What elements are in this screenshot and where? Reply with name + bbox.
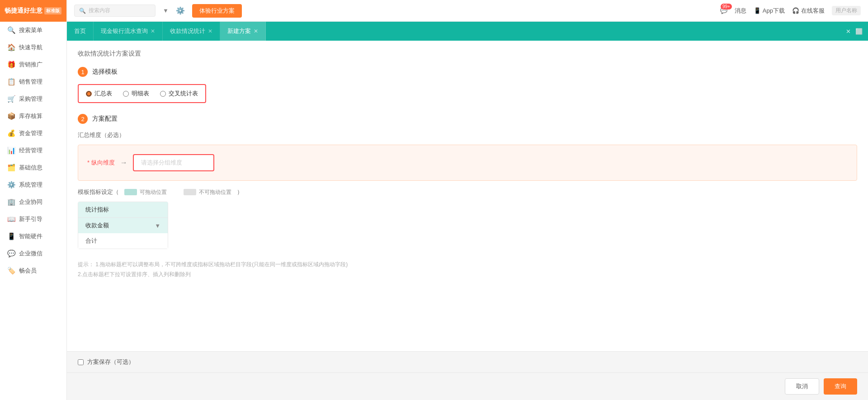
sidebar-item-label: 智能硬件 (19, 232, 42, 240)
sidebar-item-enterprise[interactable]: 🏢 企业协同 (0, 193, 66, 211)
topbar-dropdown-icon[interactable]: ▼ (163, 7, 169, 14)
radio-summary[interactable] (86, 91, 92, 97)
save-section: 方案保存（可选） (67, 351, 868, 372)
sidebar: 畅捷通好生意 标准版 🔍 搜索菜单 🏠 快速导航 🎁 营销推广 📋 销售管理 🛒… (0, 0, 67, 400)
tab-receipt-stats-label: 收款情况统计 (170, 27, 205, 35)
radio-detail[interactable] (123, 91, 129, 97)
topbar-search-icon: 🔍 (79, 8, 86, 14)
tab-home[interactable]: 首页 (67, 22, 94, 41)
option-cross[interactable]: 交叉统计表 (160, 89, 198, 98)
close-new-plan-icon[interactable]: ✕ (254, 28, 258, 34)
smart-hw-icon: 📱 (7, 232, 15, 240)
non-draggable-legend-box (184, 189, 196, 195)
sidebar-item-label: 经营管理 (19, 146, 42, 155)
step1-num: 1 (78, 67, 88, 77)
hint-1: 提示： 1.拖动标题栏可以调整布局，不可跨维度或指标区域拖动栏目字段(只能在同一… (78, 260, 857, 270)
sidebar-item-label: 企业协同 (19, 198, 42, 206)
wechat-icon: 💬 (7, 249, 15, 258)
sidebar-item-label: 销售管理 (19, 78, 42, 86)
close-bank-flow-icon[interactable]: ✕ (151, 28, 155, 34)
metrics-amount-dropdown-icon[interactable]: ▼ (155, 222, 160, 229)
step2-section: 2 方案配置 汇总维度（必选） 纵向维度 → 请选择分组维度 模板指标设定（ (78, 114, 857, 279)
close-all-icon[interactable]: ✕ (846, 28, 851, 35)
sidebar-logo: 畅捷通好生意 标准版 (0, 0, 66, 22)
page-title: 收款情况统计方案设置 (78, 50, 857, 58)
app-download[interactable]: 📱 App下载 (754, 7, 785, 15)
sidebar-item-operations[interactable]: 📊 经营管理 (0, 142, 66, 159)
tab-home-label: 首页 (74, 27, 86, 35)
sidebar-item-smart-hw[interactable]: 📱 智能硬件 (0, 228, 66, 245)
save-checkbox[interactable] (78, 359, 84, 365)
option-cross-label: 交叉统计表 (169, 89, 198, 98)
close-receipt-stats-icon[interactable]: ✕ (208, 28, 212, 34)
query-button[interactable]: 查询 (824, 378, 857, 395)
basic-info-icon: 🗂️ (7, 164, 15, 172)
option-detail[interactable]: 明细表 (123, 89, 149, 98)
cancel-button[interactable]: 取消 (785, 378, 819, 395)
tab-new-plan[interactable]: 新建方案 ✕ (220, 22, 266, 41)
guide-icon: 📖 (7, 215, 15, 223)
non-draggable-legend: 不可拖动位置 (184, 188, 231, 196)
metrics-item-total: 合计 (78, 233, 168, 249)
metrics-label-sep (172, 188, 178, 196)
metrics-label-row: 模板指标设定（ 可拖动位置 不可拖动位置 ） (78, 188, 857, 196)
purchase-icon: 🛒 (7, 95, 15, 103)
message-label[interactable]: 消息 (735, 7, 746, 15)
dimension-select[interactable]: 请选择分组维度 (133, 154, 214, 171)
draggable-legend-box (124, 189, 137, 195)
sidebar-item-funds[interactable]: 💰 资金管理 (0, 125, 66, 142)
step1-header: 1 选择模板 (78, 67, 857, 77)
sidebar-item-marketing[interactable]: 🎁 营销推广 (0, 56, 66, 73)
sidebar-item-inventory[interactable]: 📦 库存核算 (0, 108, 66, 125)
download-icon: 📱 (754, 7, 761, 14)
trial-button[interactable]: 体验行业方案 (192, 4, 242, 18)
online-service[interactable]: 🎧 在线客服 (792, 7, 825, 15)
metrics-item-amount[interactable]: 收款金额 ▼ (78, 218, 168, 233)
settings-icon[interactable]: ⚙️ (176, 6, 185, 15)
search-menu-icon: 🔍 (7, 26, 15, 34)
inventory-icon: 📦 (7, 112, 15, 120)
sidebar-item-search-menu[interactable]: 🔍 搜索菜单 (0, 22, 66, 39)
topbar-search-box[interactable]: 🔍 搜索内容 (74, 5, 156, 17)
option-summary[interactable]: 汇总表 (86, 89, 112, 98)
tab-new-plan-label: 新建方案 (227, 27, 251, 35)
maximize-icon[interactable]: ⬜ (855, 28, 863, 35)
step2-label: 方案配置 (92, 115, 118, 123)
sidebar-item-guide[interactable]: 📖 新手引导 (0, 211, 66, 228)
user-profile[interactable]: 用户名称 (832, 6, 861, 15)
sidebar-item-wechat[interactable]: 💬 企业微信 (0, 245, 66, 262)
sidebar-item-quick-nav[interactable]: 🏠 快速导航 (0, 39, 66, 56)
sidebar-item-label: 畅会员 (19, 267, 37, 275)
sidebar-item-sales[interactable]: 📋 销售管理 (0, 73, 66, 90)
draggable-legend: 可拖动位置 (124, 188, 167, 196)
gift-icon: 🎁 (7, 61, 15, 69)
tab-receipt-stats[interactable]: 收款情况统计 ✕ (163, 22, 220, 41)
tab-bank-flow[interactable]: 现金银行流水查询 ✕ (94, 22, 163, 41)
system-icon: ⚙️ (7, 181, 15, 189)
vertical-dim-label: 纵向维度 (87, 159, 115, 167)
page-content: 收款情况统计方案设置 1 选择模板 汇总表 明细表 (67, 41, 868, 351)
notification-count: 99+ (721, 4, 732, 9)
sidebar-item-purchase[interactable]: 🛒 采购管理 (0, 90, 66, 108)
sidebar-item-label: 快速导航 (19, 43, 42, 52)
dimension-config-area: 纵向维度 → 请选择分组维度 (78, 145, 857, 181)
sidebar-item-label: 系统管理 (19, 181, 42, 189)
sidebar-item-label: 企业微信 (19, 249, 42, 258)
msg-text: 消息 (735, 7, 746, 15)
step2-header: 2 方案配置 (78, 114, 857, 124)
radio-cross[interactable] (160, 91, 166, 97)
service-label: 在线客服 (801, 7, 825, 15)
draggable-legend-label: 可拖动位置 (140, 188, 167, 196)
metrics-container: 统计指标 收款金额 ▼ 合计 (78, 202, 168, 249)
message-badge[interactable]: 💬 99+ (720, 7, 727, 14)
sidebar-item-member[interactable]: 🏷️ 畅会员 (0, 262, 66, 279)
template-options: 汇总表 明细表 交叉统计表 (78, 84, 206, 103)
sidebar-item-label: 库存核算 (19, 112, 42, 120)
sidebar-item-label: 营销推广 (19, 61, 42, 69)
sidebar-item-label: 基础信息 (19, 164, 42, 172)
step1-label: 选择模板 (92, 68, 118, 76)
sidebar-item-basic-info[interactable]: 🗂️ 基础信息 (0, 159, 66, 176)
metrics-label-close: ） (237, 188, 243, 196)
sidebar-item-system[interactable]: ⚙️ 系统管理 (0, 176, 66, 193)
summary-dim-label: 汇总维度（必选） (78, 131, 857, 139)
